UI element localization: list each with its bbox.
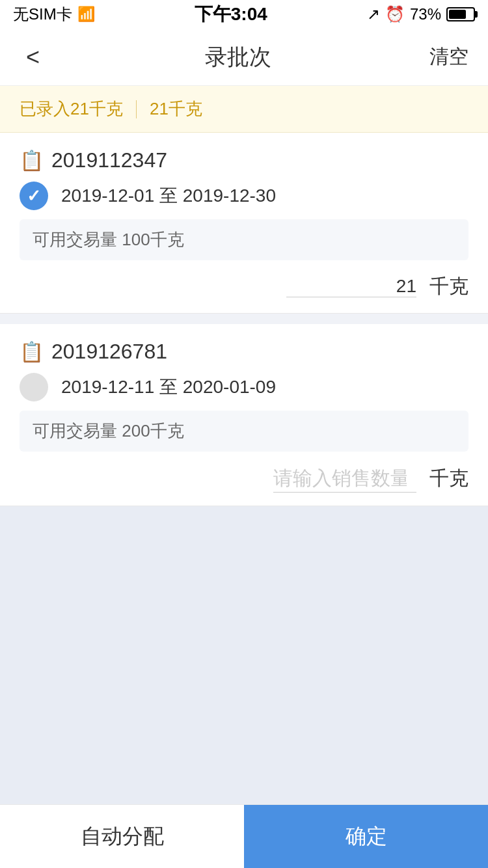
batch1-select-row[interactable]: ✓ 2019-12-01 至 2019-12-30	[20, 182, 468, 210]
batch1-check-icon: ✓	[27, 186, 41, 206]
batch1-doc-icon: 📋	[20, 149, 44, 172]
clear-button[interactable]: 清空	[429, 44, 468, 70]
back-button[interactable]: <	[20, 37, 46, 77]
batch1-card: 📋 2019112347 ✓ 2019-12-01 至 2019-12-30 可…	[0, 133, 488, 260]
batch1-quantity-value: 21	[396, 276, 416, 296]
nav-title: 录批次	[205, 42, 271, 72]
status-bar: 无SIM卡 📶 下午3:04 ↗ ⏰ 73%	[0, 0, 488, 29]
battery-percent: 73%	[410, 5, 441, 23]
battery-fill	[449, 10, 466, 19]
status-time: 下午3:04	[195, 2, 267, 27]
summary-divider	[136, 100, 137, 118]
status-left: 无SIM卡 📶	[13, 4, 95, 25]
batch1-id-row: 📋 2019112347	[20, 148, 468, 172]
batch2-id: 2019126781	[51, 340, 167, 364]
sim-text: 无SIM卡	[13, 4, 72, 25]
batch1-radio[interactable]: ✓	[20, 182, 48, 210]
location-icon: ↗	[367, 5, 380, 23]
status-right: ↗ ⏰ 73%	[367, 5, 475, 23]
alarm-icon: ⏰	[385, 5, 405, 23]
batch1-quantity-display: 21	[286, 276, 416, 297]
batch1-available: 可用交易量 100千克	[20, 219, 468, 260]
confirm-button[interactable]: 确定	[244, 805, 488, 868]
batch2-quantity-input[interactable]	[273, 465, 416, 493]
batch2-id-row: 📋 2019126781	[20, 340, 468, 364]
batch1-quantity-row: 21 千克	[0, 260, 488, 314]
batch2-doc-icon: 📋	[20, 340, 44, 363]
main-content: 📋 2019112347 ✓ 2019-12-01 至 2019-12-30 可…	[0, 133, 488, 868]
batch1-id: 2019112347	[51, 148, 167, 172]
batch2-input-row: 千克	[0, 452, 488, 506]
empty-space	[0, 506, 488, 804]
summary-value: 21千克	[150, 98, 202, 120]
bottom-bar: 自动分配 确定	[0, 804, 488, 868]
batch2-input-unit: 千克	[429, 465, 468, 492]
batch2-radio[interactable]	[20, 373, 48, 401]
summary-label: 已录入21千克	[20, 98, 123, 120]
batch2-available: 可用交易量 200千克	[20, 411, 468, 452]
summary-banner: 已录入21千克 21千克	[0, 86, 488, 133]
batch2-select-row[interactable]: 2019-12-11 至 2020-01-09	[20, 373, 468, 401]
batch1-date: 2019-12-01 至 2019-12-30	[61, 183, 276, 208]
batch1-quantity-unit: 千克	[429, 273, 468, 300]
nav-bar: < 录批次 清空	[0, 29, 488, 86]
battery-bar	[446, 7, 475, 21]
batch2-card: 📋 2019126781 2019-12-11 至 2020-01-09 可用交…	[0, 324, 488, 452]
auto-distribute-button[interactable]: 自动分配	[0, 805, 244, 868]
wifi-icon: 📶	[77, 6, 95, 23]
batch2-date: 2019-12-11 至 2020-01-09	[61, 375, 276, 400]
section-divider	[0, 314, 488, 324]
